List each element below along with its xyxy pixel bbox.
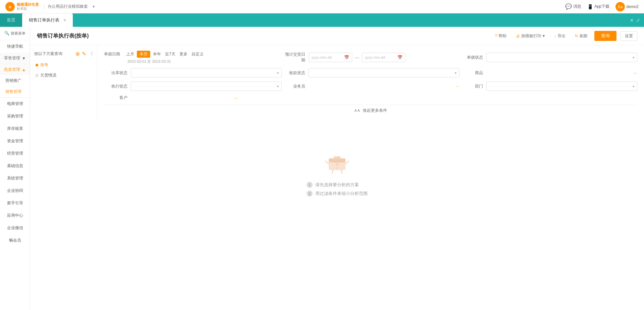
sidebar-item-corpwx[interactable]: 企业微信: [0, 222, 30, 234]
tab-home[interactable]: 首页: [0, 13, 22, 27]
wholesale-collapse-icon: ▲: [22, 67, 26, 72]
sidebar-item-operation[interactable]: 经营管理: [0, 147, 30, 160]
tip-num-2: 2: [307, 191, 313, 197]
forecast-date-end[interactable]: yyyy-mm-dd 📅: [362, 53, 406, 62]
filter-option-by-debt[interactable]: 欠货情况: [30, 70, 97, 81]
download-icon: 📱: [587, 4, 593, 9]
date-tab-7days[interactable]: 近7天: [164, 51, 177, 58]
logo-area[interactable]: 好 畅捷通好生意 标准版: [5, 2, 39, 11]
filter-row-2: 出库状态 ▾ 收款状态 ▾: [104, 68, 637, 78]
page-header: 销售订单执行表(按单) ? 帮助 🖨 按模板打印 ▾ ↓ 导出: [30, 27, 644, 45]
order-status-arrow-icon: ▾: [633, 56, 634, 59]
payment-status-cell: 收款状态 ▾: [282, 68, 460, 78]
date-filter-cell: 单据日期 上月 本月 本年 近7天 更多 自定义 2023: [104, 51, 282, 64]
customer-more-icon[interactable]: ···: [234, 95, 238, 101]
shipment-status-cell: 出库状态 ▾: [104, 68, 282, 78]
app-download-button[interactable]: 📱 App下载: [587, 4, 609, 9]
collapse-button[interactable]: ∧∧ 收起更多条件: [354, 108, 387, 113]
dept-select[interactable]: ▾: [486, 82, 637, 91]
date-tab-last-month[interactable]: 上月: [125, 51, 136, 58]
filter-left-icons: ⊕ ✎ 《: [75, 51, 93, 57]
payment-status-select[interactable]: ▾: [309, 68, 460, 78]
filter-row-4: 客户 ···: [104, 95, 637, 101]
filter-row-3: 执行状态 ▾ 业务员 ···: [104, 82, 637, 91]
message-button[interactable]: 💬 消息: [565, 3, 581, 10]
sidebar-item-finance[interactable]: 资金管理: [0, 135, 30, 147]
sidebar-item-system[interactable]: 系统管理: [0, 172, 30, 185]
sidebar-item-ecommerce[interactable]: 电商管理: [0, 98, 30, 110]
page-actions: ? 帮助 🖨 按模板打印 ▾ ↓ 导出 ↻ 刷新: [492, 31, 637, 41]
page-title: 销售订单执行表(按单): [37, 33, 89, 40]
sidebar-item-inventory[interactable]: 库存核算: [0, 122, 30, 135]
svg-line-6: [325, 161, 329, 164]
sidebar-item-basic[interactable]: 基础信息: [0, 160, 30, 172]
date-tab-this-year[interactable]: 本年: [152, 51, 162, 58]
sidebar-item-retail[interactable]: 零售管理 ▼: [0, 53, 30, 64]
tab-expand-icon[interactable]: ⤢: [636, 18, 640, 23]
sidebar-search-section: 🔍 搜索菜单: [0, 27, 30, 40]
filter-left: 按以下方案查询 ⊕ ✎ 《 按单 欠货情况: [30, 45, 97, 121]
salesperson-field: ···: [309, 84, 460, 89]
add-scheme-icon[interactable]: ⊕: [75, 51, 80, 57]
salesperson-more-icon[interactable]: ···: [455, 84, 460, 89]
filter-right: 单据日期 上月 本月 本年 近7天 更多 自定义 2023: [97, 45, 644, 121]
sidebar-item-newbie[interactable]: 新手引导: [0, 197, 30, 209]
sidebar-sub-item-promo[interactable]: 营销推广: [0, 75, 30, 86]
dept-arrow-icon: ▾: [633, 85, 634, 88]
date-range-display: 2023-03-01 至 2023-03-31: [104, 59, 171, 64]
print-dropdown-icon: ▾: [543, 34, 545, 38]
shipment-status-arrow-icon: ▾: [277, 71, 279, 75]
retail-collapse-icon: ▼: [22, 56, 26, 61]
search-menu-button[interactable]: 🔍 搜索菜单: [3, 30, 27, 37]
export-button[interactable]: ↓ 导出: [551, 32, 568, 40]
message-icon: 💬: [565, 3, 572, 10]
print-button[interactable]: 🖨 按模板打印 ▾: [513, 32, 547, 40]
refresh-button[interactable]: ↻ 刷新: [572, 32, 590, 40]
date-tab-this-month[interactable]: 本月: [137, 51, 150, 58]
tab-sales-exec[interactable]: 销售订单执行表 ×: [22, 13, 73, 27]
sidebar-item-coop[interactable]: 企业协同: [0, 185, 30, 197]
sidebar-item-member[interactable]: 畅会员: [0, 234, 30, 247]
sidebar-item-quick-nav[interactable]: 快捷导航: [0, 40, 30, 53]
settings-button[interactable]: 设置: [621, 31, 637, 41]
breadcrumb: 办公用品行业模拟账套: [44, 4, 88, 9]
user-menu[interactable]: Ea demo2: [615, 2, 639, 11]
svg-text:好: 好: [8, 6, 12, 9]
sidebar-item-wholesale[interactable]: 批发管理 ▲: [0, 64, 30, 75]
goods-more-icon[interactable]: ···: [633, 70, 637, 75]
empty-state: 1 请先选择要分析的方案 2 用过滤条件来缩小分析范围: [30, 121, 644, 223]
top-header: 好 畅捷通好生意 标准版 办公用品行业模拟账套 ▾ 💬 消息 📱 App下载 E…: [0, 0, 644, 13]
help-button[interactable]: ? 帮助: [492, 32, 509, 40]
shipment-status-select[interactable]: ▾: [131, 68, 282, 78]
sidebar-section-retail: 零售管理 ▼: [0, 53, 30, 64]
date-tab-custom[interactable]: 自定义: [190, 51, 205, 58]
svg-point-9: [339, 161, 340, 162]
exec-status-select[interactable]: ▾: [131, 82, 282, 91]
breadcrumb-dropdown-icon[interactable]: ▾: [93, 4, 95, 9]
collapse-up-icon: ∧∧: [354, 108, 360, 113]
svg-point-8: [334, 161, 335, 162]
edit-scheme-icon[interactable]: ✎: [82, 51, 86, 57]
date-filter-top: 单据日期 上月 本月 本年 近7天 更多 自定义: [104, 51, 205, 58]
sidebar-item-appstore[interactable]: 应用中心: [0, 209, 30, 222]
calendar-icon-end: 📅: [397, 55, 402, 60]
filter-option-by-order[interactable]: 按单: [30, 60, 97, 70]
collapse-left-icon[interactable]: 《: [88, 51, 93, 57]
empty-illustration: [324, 148, 351, 175]
date-tabs: 上月 本月 本年 近7天 更多 自定义: [125, 51, 205, 58]
forecast-date-start[interactable]: yyyy-mm-dd 📅: [309, 53, 352, 62]
help-icon: ?: [495, 34, 497, 38]
svg-line-7: [345, 161, 349, 164]
tab-close-icon[interactable]: ×: [63, 17, 66, 23]
forecast-date-cell: 预计交货日期 yyyy-mm-dd 📅 — yyyy-mm-dd 📅: [282, 51, 460, 64]
tab-close-window-icon[interactable]: ✕: [630, 18, 634, 23]
sidebar-sub-item-sales[interactable]: 销售管理: [0, 86, 30, 97]
tab-bar: 首页 销售订单执行表 × ✕ ⤢: [0, 13, 644, 27]
date-tab-more[interactable]: 更多: [178, 51, 189, 58]
search-button[interactable]: 查询: [594, 31, 616, 41]
filter-panel: 按以下方案查询 ⊕ ✎ 《 按单 欠货情况: [30, 45, 644, 121]
order-status-select[interactable]: ▾: [486, 53, 637, 62]
search-icon: 🔍: [4, 31, 9, 36]
tab-bar-right: ✕ ⤢: [630, 18, 640, 23]
sidebar-item-purchase[interactable]: 采购管理: [0, 110, 30, 122]
